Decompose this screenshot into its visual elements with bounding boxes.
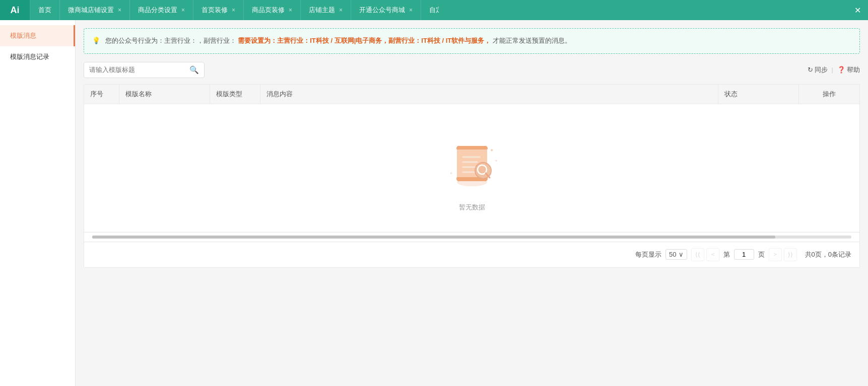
col-header-content: 消息内容 — [260, 85, 718, 104]
tab-home-decor[interactable]: 首页装修× — [193, 0, 244, 20]
search-input[interactable] — [84, 63, 184, 76]
help-button[interactable]: ❓ 帮助 — [837, 65, 860, 74]
next-page-button[interactable]: ＞ — [769, 248, 782, 261]
page-size-select[interactable]: 50 ∨ — [665, 249, 687, 260]
page-total: 共0页，0条记录 — [805, 250, 851, 259]
notice-box: 💡 您的公众号行业为：主营行业：，副营行业： 需要设置为：主营行业：IT科技 /… — [84, 28, 860, 54]
sync-button[interactable]: ↻ 同步 — [808, 65, 828, 74]
tab-close-category-settings[interactable]: × — [181, 7, 185, 14]
tab-bar: Ai 首页微商城店铺设置×商品分类设置×首页装修×商品页装修×店铺主题×开通公众… — [0, 0, 868, 20]
scrollbar-area[interactable] — [84, 232, 859, 242]
empty-state: ✦ ✦ ✦ 暂无数据 — [84, 104, 859, 232]
sidebar-item-template-msg[interactable]: 模版消息 — [0, 25, 75, 46]
main-layout: 模版消息模版消息记录 💡 您的公众号行业为：主营行业：，副营行业： 需要设置为：… — [0, 20, 868, 386]
toolbar-right: ↻ 同步 | ❓ 帮助 — [808, 65, 860, 74]
tab-logo: Ai — [0, 0, 30, 20]
tab-home[interactable]: 首页 — [30, 0, 60, 20]
first-page-button[interactable]: ⟨⟨ — [691, 248, 704, 261]
tab-shop-settings[interactable]: 微商城店铺设置× — [60, 0, 130, 20]
tab-close-product-decor[interactable]: × — [289, 7, 292, 14]
table-header: 序号 模版名称 模版类型 消息内容 状态 操作 — [84, 85, 859, 104]
notice-highlight: 需要设置为：主营行业：IT科技 / 互联网|电子商务，副营行业：IT科技 / I… — [238, 37, 491, 44]
page-size-value: 50 — [669, 251, 676, 258]
toolbar-divider: | — [832, 66, 833, 73]
page-size-label: 每页显示 — [635, 250, 661, 259]
col-header-type: 模版类型 — [210, 85, 260, 104]
page-nav: ⟨⟨ ＜ 第 页 ＞ ⟩⟩ — [691, 248, 797, 261]
last-page-button[interactable]: ⟩⟩ — [784, 248, 797, 261]
tab-close-home-decor[interactable]: × — [232, 7, 235, 14]
svg-text:✦: ✦ — [449, 171, 453, 176]
pagination: 每页显示 50 ∨ ⟨⟨ ＜ 第 页 ＞ ⟩⟩ 共0页，0条记录 — [84, 242, 859, 267]
tab-close-shop-theme[interactable]: × — [339, 7, 343, 14]
search-input-wrap: 🔍 — [84, 62, 205, 78]
empty-text: 暂无数据 — [459, 203, 485, 212]
col-header-status: 状态 — [718, 85, 799, 104]
svg-text:✦: ✦ — [495, 159, 498, 163]
help-icon: ❓ — [837, 66, 845, 73]
col-header-seq: 序号 — [84, 85, 119, 104]
tab-category-settings[interactable]: 商品分类设置× — [130, 0, 193, 20]
notice-suffix: 才能正常发送预置的消息。 — [493, 37, 571, 44]
prev-page-button[interactable]: ＜ — [706, 248, 719, 261]
search-button[interactable]: 🔍 — [184, 62, 204, 78]
scrollbar-thumb — [92, 236, 775, 239]
scrollbar-track — [92, 236, 851, 239]
tab-product-decor[interactable]: 商品页装修× — [244, 0, 301, 20]
tab-shop-theme[interactable]: 店铺主题× — [301, 0, 351, 20]
tab-close-shop-settings[interactable]: × — [118, 7, 121, 14]
tab-open-mall[interactable]: 开通公众号商城× — [351, 0, 421, 20]
sidebar: 模版消息模版消息记录 — [0, 20, 76, 386]
page-label: 第 — [723, 250, 730, 259]
table-wrap: 序号 模版名称 模版类型 消息内容 状态 操作 — [84, 84, 860, 268]
page-input[interactable] — [734, 249, 754, 260]
col-header-action: 操作 — [799, 85, 859, 104]
tab-custom-menu[interactable]: 自定义菜单× — [421, 0, 439, 20]
col-header-name: 模版名称 — [119, 85, 210, 104]
page-unit: 页 — [758, 250, 765, 259]
notice-prefix: 您的公众号行业为：主营行业：，副营行业： — [105, 37, 236, 44]
search-bar: 🔍 ↻ 同步 | ❓ 帮助 — [84, 62, 860, 78]
notice-icon: 💡 — [92, 37, 100, 44]
tab-close-open-mall[interactable]: × — [409, 7, 413, 14]
content-area: 💡 您的公众号行业为：主营行业：，副营行业： 需要设置为：主营行业：IT科技 /… — [76, 20, 868, 386]
sidebar-item-template-msg-record[interactable]: 模版消息记录 — [0, 46, 75, 67]
close-all-button[interactable]: ✕ — [847, 6, 868, 15]
refresh-icon: ↻ — [808, 66, 813, 73]
empty-icon: ✦ ✦ ✦ — [442, 134, 502, 195]
chevron-down-icon: ∨ — [679, 251, 684, 258]
svg-text:✦: ✦ — [490, 147, 494, 153]
